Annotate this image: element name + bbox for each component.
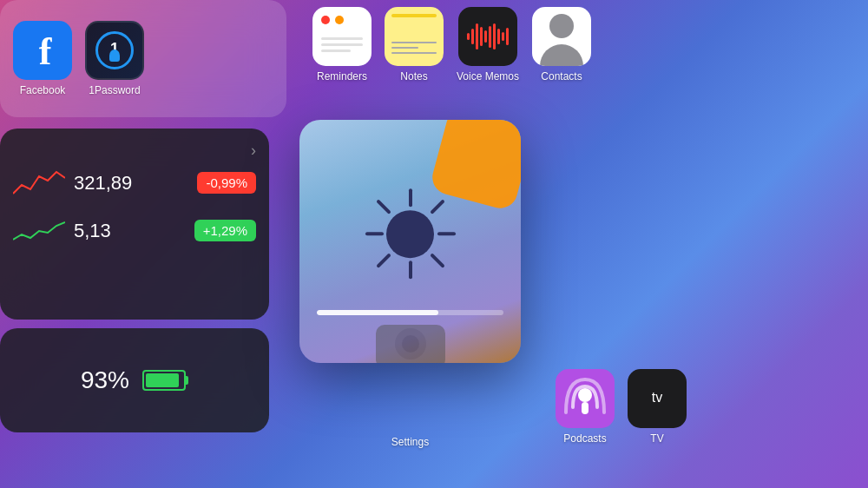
svg-line-7 xyxy=(378,255,389,266)
gear-icon xyxy=(376,316,445,363)
waveform-bar-9 xyxy=(502,32,504,41)
stock-2-badge: +1,29% xyxy=(194,220,256,241)
settings-widget[interactable] xyxy=(299,120,521,363)
contacts-person-head xyxy=(549,14,574,38)
podcasts-label: Podcasts xyxy=(563,432,606,445)
reminder-line-2 xyxy=(321,43,363,46)
facebook-f-letter: f xyxy=(39,33,52,71)
reminder-lines xyxy=(321,37,363,56)
notes-line-1 xyxy=(391,42,437,43)
stock-row-2: 5,13 +1,29% xyxy=(13,215,256,246)
notes-app-unit[interactable]: Notes xyxy=(385,7,444,82)
podcasts-svg xyxy=(556,369,615,428)
settings-label: Settings xyxy=(391,436,429,448)
onepassword-circle xyxy=(95,31,134,69)
settings-gear-bottom xyxy=(376,316,445,363)
notes-line-2 xyxy=(391,47,418,49)
reminder-line-3 xyxy=(321,49,351,52)
svg-line-6 xyxy=(432,201,443,212)
svg-line-5 xyxy=(432,255,443,266)
waveform-bar-10 xyxy=(506,28,509,45)
battery-fill xyxy=(146,373,179,387)
contacts-icon[interactable] xyxy=(532,7,591,66)
battery-icon xyxy=(142,370,188,391)
brightness-bar xyxy=(317,310,503,315)
appletv-tv-text: tv xyxy=(652,390,662,406)
waveform-bar-1 xyxy=(467,33,470,40)
svg-point-11 xyxy=(578,388,592,402)
appletv-content: tv xyxy=(652,369,662,428)
onepassword-icon[interactable] xyxy=(85,21,144,80)
waveform-bar-2 xyxy=(471,29,474,44)
facebook-app-unit[interactable]: f Facebook xyxy=(13,21,72,96)
facebook-icon[interactable]: f xyxy=(13,21,72,80)
podcasts-icon[interactable] xyxy=(556,369,615,428)
battery-widget: 93% xyxy=(0,328,269,432)
waveform-bar-8 xyxy=(497,29,500,44)
reminder-line-1 xyxy=(321,37,363,40)
svg-line-4 xyxy=(378,201,389,212)
waveform xyxy=(467,22,509,52)
stock-chart-2 xyxy=(13,215,65,246)
stock-2-value: 5,13 xyxy=(74,220,111,242)
notes-label: Notes xyxy=(400,70,427,82)
stock-chart-1 xyxy=(13,168,65,198)
stock-row-1: 321,89 -0,99% xyxy=(13,168,256,198)
reminders-label: Reminders xyxy=(317,70,367,82)
waveform-bar-7 xyxy=(493,23,496,49)
voice-memos-label: Voice Memos xyxy=(457,70,519,82)
reminder-dot-orange xyxy=(335,16,344,24)
battery-body xyxy=(142,370,186,391)
appletv-icon[interactable]: tv xyxy=(628,369,687,428)
notes-line-3 xyxy=(391,52,437,54)
facebook-label: Facebook xyxy=(20,84,66,96)
brightness-bar-background xyxy=(317,310,503,315)
notes-content xyxy=(391,42,437,57)
top-apps-row: Reminders Notes xyxy=(312,7,842,82)
contacts-label: Contacts xyxy=(541,70,582,82)
chevron-right-icon: › xyxy=(251,142,256,160)
waveform-bar-6 xyxy=(489,26,491,48)
voice-memos-icon[interactable] xyxy=(458,7,517,66)
waveform-bar-4 xyxy=(480,27,483,46)
onepassword-keyhole xyxy=(109,49,120,62)
sun-center-circle xyxy=(386,210,434,258)
stocks-widget: › 321,89 -0,99% 5,13 +1,29% xyxy=(0,129,269,320)
notes-header xyxy=(391,14,437,17)
tv-app-unit[interactable]: tv TV xyxy=(628,369,687,445)
brightness-bar-fill xyxy=(317,310,438,315)
onepassword-label: 1Password xyxy=(89,84,140,96)
contacts-app-unit[interactable]: Contacts xyxy=(532,7,591,82)
stock-1-badge: -0,99% xyxy=(197,172,256,194)
reminder-dot-red xyxy=(321,16,330,24)
stock-1-value: 321,89 xyxy=(74,172,132,195)
settings-sun-icon xyxy=(363,186,458,281)
reminders-icon[interactable] xyxy=(312,7,372,66)
svg-point-10 xyxy=(402,335,419,353)
top-left-card: f Facebook 1Password xyxy=(0,0,286,117)
waveform-bar-3 xyxy=(476,23,478,49)
svg-rect-12 xyxy=(582,402,589,414)
waveform-bar-5 xyxy=(484,30,487,43)
settings-label-area: Settings xyxy=(299,433,521,449)
notes-icon[interactable] xyxy=(385,7,444,66)
podcasts-app-unit[interactable]: Podcasts xyxy=(556,369,615,445)
tv-label: TV xyxy=(650,432,663,445)
onepassword-app-unit[interactable]: 1Password xyxy=(85,21,144,96)
contacts-person-body xyxy=(540,44,583,66)
battery-percent: 93% xyxy=(81,366,129,394)
reminders-app-unit[interactable]: Reminders xyxy=(312,7,372,82)
bottom-apps-row: Podcasts tv TV xyxy=(556,369,842,445)
voice-memos-app-unit[interactable]: Voice Memos xyxy=(457,7,519,82)
